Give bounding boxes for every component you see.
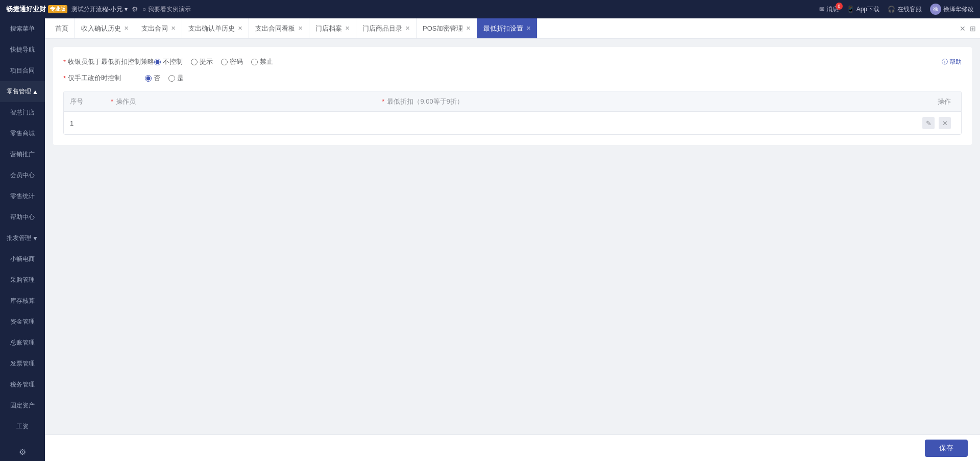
sidebar-item-invoice-management[interactable]: 发票管理 bbox=[0, 353, 45, 374]
headset-icon: 🎧 bbox=[888, 6, 895, 13]
sidebar-label: 小畅电商 bbox=[2, 255, 43, 263]
sidebar-item-ledger-management[interactable]: 总账管理 bbox=[0, 332, 45, 353]
th-discount: * 最低折扣（9.00等于9折） bbox=[376, 97, 906, 106]
sidebar-label: 固定资产 bbox=[2, 401, 43, 410]
sidebar-item-fund-management[interactable]: 资金管理 bbox=[0, 311, 45, 332]
radio-forbid[interactable]: 禁止 bbox=[251, 57, 273, 66]
discount-strategy-radio-group: 不控制 提示 密码 禁止 bbox=[154, 57, 273, 66]
th-label: 操作员 bbox=[116, 97, 136, 106]
sidebar-item-member-center[interactable]: 会员中心 bbox=[0, 165, 45, 186]
sidebar-label: 批发管理 bbox=[7, 234, 31, 242]
tab-income-history[interactable]: 收入确认历史 ✕ bbox=[75, 18, 135, 39]
discount-table: 序号 * 操作员 * 最低折扣（9.00等于9折） 操作 bbox=[63, 91, 962, 135]
form-row-discount-strategy: * 收银员低于最低折扣控制策略 不控制 提示 bbox=[63, 57, 962, 66]
user-name: 徐泽华修改 bbox=[943, 5, 974, 14]
label-text: 仅手工改价时控制 bbox=[68, 74, 121, 83]
radio-label: 密码 bbox=[230, 57, 243, 66]
help-button[interactable]: ⓘ 帮助 bbox=[942, 58, 962, 66]
radio-password-input[interactable] bbox=[221, 59, 228, 65]
project-selector[interactable]: 测试分开流程-小兄 ▾ bbox=[71, 5, 128, 14]
sidebar-label: 总账管理 bbox=[2, 338, 43, 347]
settings-gear-icon[interactable]: ⚙ bbox=[132, 5, 138, 13]
sidebar-item-quick-nav[interactable]: 快捷导航 bbox=[0, 39, 45, 60]
tab-expense-contract[interactable]: 支出合同 ✕ bbox=[135, 18, 182, 39]
tab-close-icon[interactable]: ✕ bbox=[298, 25, 303, 32]
sidebar-label: 工资 bbox=[2, 422, 43, 431]
demo-link[interactable]: ○ 我要看实例演示 bbox=[142, 5, 191, 14]
sidebar-item-smart-store[interactable]: 智慧门店 bbox=[0, 102, 45, 123]
sidebar-item-purchase-management[interactable]: 采购管理 bbox=[0, 270, 45, 290]
sidebar-label: 零售管理 bbox=[7, 87, 31, 96]
tab-store-product[interactable]: 门店商品目录 ✕ bbox=[356, 18, 416, 39]
message-badge: 8 bbox=[836, 3, 843, 10]
sidebar-label: 税务管理 bbox=[2, 380, 43, 389]
arrow-down-icon: ▼ bbox=[32, 235, 38, 242]
td-action: ✎ ✕ bbox=[906, 117, 957, 129]
required-star: * bbox=[382, 98, 384, 105]
expand-tabs-icon[interactable]: ⊞ bbox=[970, 25, 976, 33]
tab-close-icon[interactable]: ✕ bbox=[466, 25, 471, 32]
tab-close-icon[interactable]: ✕ bbox=[124, 25, 129, 32]
th-seq: 序号 bbox=[64, 97, 105, 106]
sidebar-label: 零售统计 bbox=[2, 192, 43, 201]
tab-close-icon[interactable]: ✕ bbox=[345, 25, 350, 32]
message-button[interactable]: ✉ 消息 8 bbox=[819, 5, 839, 14]
radio-remind-input[interactable] bbox=[191, 59, 198, 65]
tab-expense-confirm-history[interactable]: 支出确认单历史 ✕ bbox=[182, 18, 249, 39]
sidebar-item-marketing[interactable]: 营销推广 bbox=[0, 144, 45, 165]
tabs-bar-actions: ✕ ⊞ bbox=[960, 25, 976, 33]
tab-min-discount[interactable]: 最低折扣设置 ✕ bbox=[477, 18, 537, 39]
sidebar-item-fixed-assets[interactable]: 固定资产 bbox=[0, 395, 45, 416]
tab-store-file[interactable]: 门店档案 ✕ bbox=[309, 18, 356, 39]
sidebar-item-tax-management[interactable]: 税务管理 bbox=[0, 374, 45, 395]
radio-password[interactable]: 密码 bbox=[221, 57, 243, 66]
edit-icon[interactable]: ✎ bbox=[922, 117, 935, 129]
sidebar-bottom: ⚙ bbox=[0, 437, 45, 461]
sidebar-item-wholesale-management[interactable]: 批发管理 ▼ bbox=[0, 228, 45, 249]
sidebar-label: 智慧门店 bbox=[2, 108, 43, 117]
tab-pos-encrypt[interactable]: POS加密管理 ✕ bbox=[416, 18, 477, 39]
th-action: 操作 bbox=[906, 97, 957, 106]
radio-label: 不控制 bbox=[163, 57, 183, 66]
sidebar-item-help-center[interactable]: 帮助中心 bbox=[0, 207, 45, 228]
save-button[interactable]: 保存 bbox=[925, 440, 968, 457]
user-button[interactable]: 徐 徐泽华修改 bbox=[930, 4, 974, 15]
delete-icon[interactable]: ✕ bbox=[939, 117, 951, 129]
tab-home[interactable]: 首页 bbox=[49, 18, 75, 39]
download-icon: 📱 bbox=[847, 6, 854, 13]
sidebar-item-retail-stats[interactable]: 零售统计 bbox=[0, 186, 45, 207]
table-header: 序号 * 操作员 * 最低折扣（9.00等于9折） 操作 bbox=[64, 91, 961, 112]
tab-label: 支出合同 bbox=[141, 24, 168, 33]
radio-no[interactable]: 否 bbox=[145, 74, 160, 83]
tab-close-icon[interactable]: ✕ bbox=[171, 25, 176, 32]
radio-no-input[interactable] bbox=[145, 75, 152, 82]
sidebar-item-inventory[interactable]: 库存核算 bbox=[0, 290, 45, 311]
sidebar-gear-icon[interactable]: ⚙ bbox=[0, 443, 45, 461]
required-star: * bbox=[63, 58, 66, 66]
sidebar-item-salary[interactable]: 工资 bbox=[0, 416, 45, 437]
radio-no-control-input[interactable] bbox=[154, 59, 161, 65]
customer-service-label: 在线客服 bbox=[897, 5, 922, 14]
customer-service-button[interactable]: 🎧 在线客服 bbox=[888, 5, 922, 14]
tab-close-icon[interactable]: ✕ bbox=[405, 25, 410, 32]
sidebar-item-project-contract[interactable]: 项目合同 bbox=[0, 60, 45, 81]
tab-close-icon[interactable]: ✕ bbox=[238, 25, 242, 32]
table-row: 1 ✎ ✕ bbox=[64, 112, 961, 134]
sidebar-label: 零售商城 bbox=[2, 129, 43, 138]
sidebar-label: 帮助中心 bbox=[2, 213, 43, 222]
radio-yes-input[interactable] bbox=[168, 75, 175, 82]
demo-label: 我要看实例演示 bbox=[148, 5, 191, 14]
tab-expense-kanban[interactable]: 支出合同看板 ✕ bbox=[249, 18, 309, 39]
radio-no-control[interactable]: 不控制 bbox=[154, 57, 183, 66]
tab-close-icon[interactable]: ✕ bbox=[526, 25, 531, 32]
radio-forbid-input[interactable] bbox=[251, 59, 258, 65]
sidebar-item-retail-management[interactable]: 零售管理 ▲ bbox=[0, 81, 45, 102]
top-bar-left: 畅捷通好业财 专业版 测试分开流程-小兄 ▾ ⚙ ○ 我要看实例演示 bbox=[6, 5, 191, 14]
close-tabs-icon[interactable]: ✕ bbox=[960, 25, 966, 33]
sidebar-item-search-menu[interactable]: 搜索菜单 bbox=[0, 18, 45, 39]
sidebar-item-retail-mall[interactable]: 零售商城 bbox=[0, 123, 45, 144]
sidebar-item-ecommerce[interactable]: 小畅电商 bbox=[0, 249, 45, 270]
radio-remind[interactable]: 提示 bbox=[191, 57, 213, 66]
radio-yes[interactable]: 是 bbox=[168, 74, 184, 83]
app-download-button[interactable]: 📱 App下载 bbox=[847, 5, 879, 14]
